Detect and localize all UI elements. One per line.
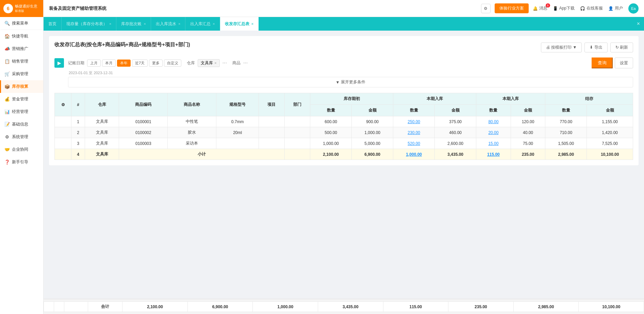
row3-spec [216,138,259,149]
tab-bar-close-btn[interactable]: × [633,21,644,27]
row3-settings [55,138,71,149]
user-avatar[interactable]: Ea [628,3,639,14]
online-service-btn[interactable]: 🎧 在线客服 [580,5,603,11]
tab-recv-send-summary[interactable]: 收发存汇总表 × [220,17,259,31]
th-settings[interactable]: ⚙ [55,93,71,116]
tab-close-inout-flow[interactable]: × [178,22,180,26]
row2-in-qty-link[interactable]: 230.00 [408,130,420,135]
sidebar-item-finance[interactable]: 💰 资金管理 [0,93,43,105]
subtotal-in-qty-link[interactable]: 1,000.00 [406,152,422,157]
money-icon: 💰 [4,97,10,102]
sidebar-item-purchase[interactable]: 🛒 采购管理 [0,68,43,80]
doc-icon: 📝 [4,122,10,127]
sidebar-item-inventory[interactable]: 📦 库存核算 [0,80,43,93]
row1-in-qty-link[interactable]: 250.00 [408,119,420,124]
row2-no: 2 [71,127,85,138]
tab-inout-summary[interactable]: 出入库汇总 × [185,17,220,31]
tab-stock-dist[interactable]: 现存量（库存分布表） × [62,17,116,31]
sidebar-item-marketing[interactable]: 📣 营销推广 [0,43,43,55]
th-group-opening: 库存期初 [310,93,393,105]
row1-open-amt: 900.00 [352,116,393,127]
goods-more[interactable]: ··· [243,60,248,66]
tab-close-stock-dist[interactable]: × [109,22,111,26]
messages-btn[interactable]: 🔔 消息 6 [533,5,547,11]
date-btn-custom[interactable]: 自定义 [164,60,181,67]
row1-in-qty[interactable]: 250.00 [393,116,435,127]
export-icon: ⬇ [590,45,593,50]
row3-name: 采访本 [168,138,216,149]
logo-badge: 标准版 [15,9,37,13]
bell-icon: 🔔 [533,6,538,11]
warehouse-more[interactable]: ··· [222,60,227,66]
subtotal-in-qty[interactable]: 1,000.00 [393,149,435,160]
subtotal-open-qty: 2,100.00 [310,149,352,160]
date-btn-more[interactable]: 更多 [149,60,163,67]
user-icon: 👤 [608,6,613,11]
chart-icon: 📊 [4,109,10,115]
tab-batch[interactable]: 库存批次账 × [116,17,151,31]
table-settings-icon[interactable]: ⚙ [61,102,65,107]
date-btn-this-month[interactable]: 本月 [102,60,116,67]
tab-close-recv-send-summary[interactable]: × [251,22,253,26]
row1-out-qty[interactable]: 80.00 [476,116,511,127]
gear-icon: ⚙ [4,134,10,140]
subtotal-row: 4 文具库 小计 2,100.00 6,900.00 1,000.00 3,43… [55,149,633,160]
row2-in-qty[interactable]: 230.00 [393,127,435,138]
row2-settings [55,127,71,138]
row2-out-qty-link[interactable]: 20.00 [488,130,498,135]
tab-close-inout-summary[interactable]: × [213,22,215,26]
page-card: 收发存汇总表(按仓库+商品编码+商品+规格型号+项目+部门) 🖨 按模板打印 ▼… [49,36,639,165]
warehouse-tag-remove[interactable]: × [214,61,216,65]
tab-inout-flow[interactable]: 出入库流水 × [151,17,185,31]
date-shortcuts: 上月 本月 本年 近7天 更多 自定义 [87,60,181,67]
row3-in-qty[interactable]: 520.00 [393,138,435,149]
th-open-qty: 数量 [310,105,352,116]
sidebar-item-basic[interactable]: 📝 基础信息 [0,118,43,131]
search-icon: 🔍 [4,21,10,26]
row3-out-qty[interactable]: 15.00 [476,138,511,149]
query-button[interactable]: 查询 [592,57,613,68]
filter-toggle-btn[interactable]: ▶ [54,58,64,68]
refresh-button[interactable]: ↻ 刷新 [610,43,633,52]
table-row: 1 文具库 0100001 中性笔 0.7mm 600.00 900.00 25… [55,116,633,127]
sidebar-item-quick-nav[interactable]: 🏠 快捷导航 [0,30,43,43]
row1-close-qty: 770.00 [545,116,587,127]
settings-button[interactable]: ⚙ [481,4,491,13]
mobile-icon: 📱 [553,6,558,11]
trial-button[interactable]: 体验行业方案 [495,3,529,13]
row2-out-amt: 40.00 [511,127,545,138]
goods-filter: 商品 ··· [232,60,248,66]
user-btn[interactable]: 👤 用户 [608,5,623,11]
row2-out-qty[interactable]: 20.00 [476,127,511,138]
row3-out-qty-link[interactable]: 15.00 [488,141,498,146]
th-group-closing: 结存 [545,93,633,105]
tab-close-batch[interactable]: × [144,22,146,26]
expand-arrow-icon: ▼ [336,80,340,85]
subtotal-out-qty-link[interactable]: 115.00 [487,152,500,157]
sidebar-item-system[interactable]: ⚙ 系统管理 [0,131,43,143]
print-button[interactable]: 🖨 按模板打印 ▼ [541,43,582,52]
headset-icon: 🎧 [580,6,585,11]
filter-settings-button[interactable]: 设置 [615,57,633,68]
sidebar-item-guide[interactable]: ❓ 新手引导 [0,156,43,168]
expand-conditions-btn[interactable]: ▼ 展开更多条件 [68,77,633,87]
inventory-icon: 📦 [4,84,10,89]
sidebar-item-collab[interactable]: 🤝 企业协同 [0,143,43,156]
th-goods-code: 商品编码 [119,93,168,116]
sidebar-item-operation[interactable]: 📊 经营管理 [0,105,43,118]
th-out-amt: 金额 [511,105,545,116]
row1-name: 中性笔 [168,116,216,127]
sidebar-item-search[interactable]: 🔍 搜索菜单 [0,17,43,30]
tab-home[interactable]: 首页 [44,17,62,31]
date-btn-7days[interactable]: 近7天 [132,60,148,67]
row1-out-qty-link[interactable]: 80.00 [488,119,498,124]
export-button[interactable]: ⬇ 导出 [584,43,607,52]
date-btn-last-month[interactable]: 上月 [87,60,101,67]
date-btn-this-year[interactable]: 本年 [117,60,131,67]
subtotal-open-amt: 6,900.00 [352,149,393,160]
subtotal-out-qty[interactable]: 115.00 [476,149,511,160]
sidebar-item-sales[interactable]: 📋 销售管理 [0,55,43,68]
row1-code: 0100001 [119,116,168,127]
app-download-btn[interactable]: 📱 App下载 [553,5,575,11]
row3-in-qty-link[interactable]: 520.00 [408,141,420,146]
